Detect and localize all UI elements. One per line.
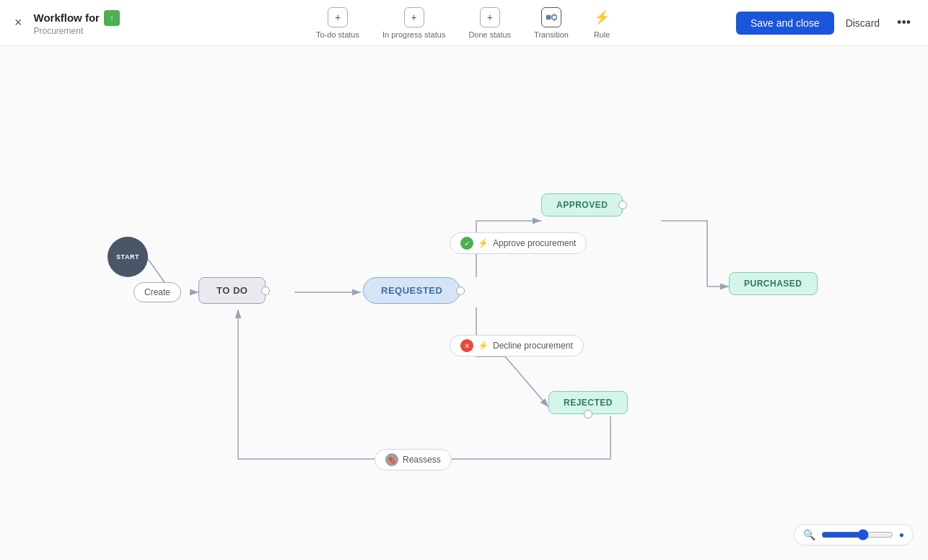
rule-icon: ⚡ [592,7,612,27]
zoom-out-icon[interactable]: 🔍 [803,529,815,541]
approved-circle-end [618,201,627,209]
transition-icon [541,7,561,27]
zoom-circle-icon: ● [899,530,904,540]
zoom-slider[interactable] [821,529,893,541]
approved-node[interactable]: APPROVED [541,193,623,216]
start-node[interactable]: START [108,237,148,277]
workflow-title-group: Workflow for ↑ Procurement [34,10,120,36]
toolbar-inprogress-status[interactable]: + In progress status [382,7,445,39]
workflow-subtitle: Procurement [34,26,120,36]
todo-circle-end [261,286,270,295]
close-button[interactable]: × [12,12,25,33]
workflow-arrows [0,46,928,560]
workflow-title-icon: ↑ [104,10,120,26]
toolbar-done-status[interactable]: + Done status [468,7,511,39]
workflow-title-text: Workflow for [34,12,100,24]
decline-x-icon: ✕ [460,339,473,352]
rule-label: Rule [594,30,610,39]
purchased-node[interactable]: PURCHASED [729,272,818,295]
inprogress-status-icon: + [404,7,424,27]
todo-status-label: To-do status [316,30,359,39]
transition-label: Transition [534,30,569,39]
decline-transition[interactable]: ✕ ⚡ Decline procurement [450,335,584,356]
toolbar-rule[interactable]: ⚡ Rule [592,7,612,39]
approve-bolt-icon: ⚡ [478,238,489,248]
todo-status-icon: + [328,7,348,27]
workflow-canvas: START Create TO DO REQUESTED APPROVED PU… [0,46,928,560]
save-and-close-button[interactable]: Save and close [736,12,834,35]
inprogress-status-label: In progress status [382,30,445,39]
zoom-bar: 🔍 ● [794,524,914,546]
create-node[interactable]: Create [133,282,181,302]
svg-rect-1 [552,15,556,19]
reassess-transition[interactable]: 🔖 Reassess [375,449,452,471]
toolbar-todo-status[interactable]: + To-do status [316,7,359,39]
done-status-label: Done status [468,30,511,39]
header: × Workflow for ↑ Procurement + To-do sta… [0,0,928,46]
requested-circle-end [456,286,465,295]
header-left: × Workflow for ↑ Procurement [12,10,170,36]
approve-transition[interactable]: ✓ ⚡ Approve procurement [450,232,587,254]
discard-button[interactable]: Discard [840,12,885,35]
todo-node[interactable]: TO DO [198,277,266,304]
header-toolbar: + To-do status + In progress status + Do… [316,7,612,39]
done-status-icon: + [480,7,500,27]
rejected-circle-end [584,410,592,419]
decline-bolt-icon: ⚡ [478,341,489,351]
approve-check-icon: ✓ [460,237,473,250]
reassess-icon: 🔖 [385,453,398,466]
more-options-button[interactable]: ••• [891,12,916,33]
header-right: Save and close Discard ••• [736,12,916,35]
requested-node[interactable]: REQUESTED [363,277,460,304]
workflow-title: Workflow for ↑ [34,10,120,26]
svg-rect-0 [546,15,551,19]
toolbar-transition[interactable]: Transition [534,7,569,39]
rejected-node[interactable]: REJECTED [548,391,628,414]
